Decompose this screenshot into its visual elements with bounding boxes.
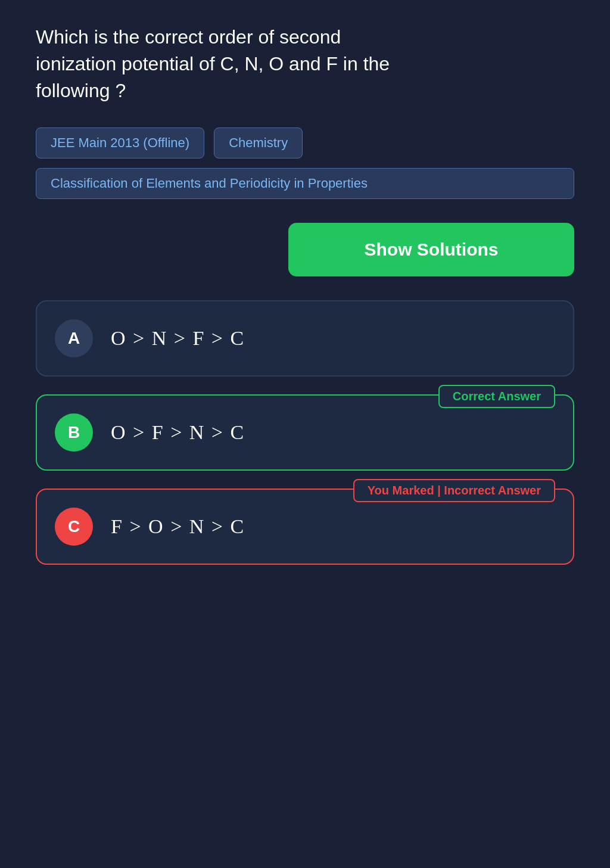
- topic-row: Classification of Elements and Periodici…: [36, 168, 574, 199]
- option-a-card[interactable]: A O > N > F > C: [36, 300, 574, 377]
- topic-tag[interactable]: Classification of Elements and Periodici…: [36, 168, 574, 199]
- exam-tag[interactable]: JEE Main 2013 (Offline): [36, 127, 204, 158]
- option-b-card[interactable]: Correct Answer B O > F > N > C: [36, 394, 574, 471]
- option-c-card[interactable]: You Marked | Incorrect Answer C F > O > …: [36, 489, 574, 565]
- option-a-circle: A: [55, 319, 93, 357]
- tags-container: JEE Main 2013 (Offline) Chemistry: [36, 127, 574, 158]
- option-b-text: O > F > N > C: [111, 421, 245, 444]
- subject-tag[interactable]: Chemistry: [214, 127, 303, 158]
- incorrect-answer-badge: You Marked | Incorrect Answer: [353, 479, 555, 502]
- show-solutions-button[interactable]: Show Solutions: [288, 223, 574, 276]
- option-c-circle: C: [55, 508, 93, 546]
- correct-answer-badge: Correct Answer: [438, 385, 555, 408]
- option-b-circle: B: [55, 413, 93, 452]
- option-a-text: O > N > F > C: [111, 327, 245, 350]
- option-c-text: F > O > N > C: [111, 515, 245, 538]
- question-text: Which is the correct order of second ion…: [36, 24, 574, 104]
